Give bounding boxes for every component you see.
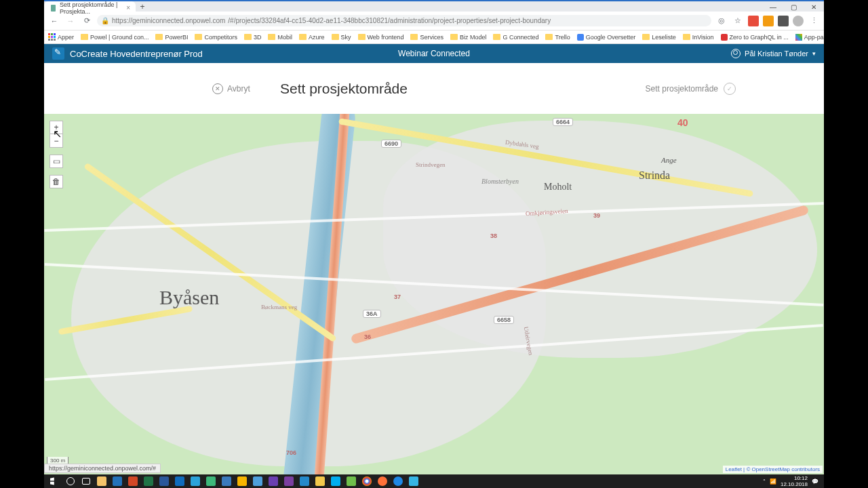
road-shield: 38 — [488, 232, 500, 239]
extension-icon-2[interactable] — [763, 16, 774, 26]
user-menu[interactable]: Pål Kristian Tønder ▾ — [731, 49, 816, 58]
site-info-icon[interactable]: ◎ — [715, 15, 728, 27]
tray-chevron-icon[interactable]: ˄ — [763, 479, 766, 485]
taskbar-app[interactable] — [265, 474, 281, 488]
map-label-strindvegen: Strindvegen — [416, 161, 446, 168]
draw-rectangle-button[interactable]: ▭ — [50, 155, 63, 168]
url-host: https://geminiconnected.onpowel.com — [112, 17, 225, 24]
bookmark-item[interactable]: Leseliste — [642, 34, 676, 41]
bookmark-item[interactable]: Mobil — [268, 34, 292, 41]
bookmark-item[interactable]: Sky — [332, 34, 351, 41]
system-tray[interactable]: ˄ 📶 10:12 12.10.2018 💬 — [763, 475, 821, 487]
app-logo-icon — [52, 47, 64, 60]
extension-icon-1[interactable] — [748, 16, 759, 26]
taskbar-app[interactable] — [234, 474, 250, 488]
map-label-bockmans: Bøckmans veg — [261, 304, 297, 310]
map-tiles[interactable]: Byåsen Moholt Strinda Ange Blomsterbyen … — [44, 114, 824, 474]
bookmark-item[interactable]: InVision — [683, 34, 714, 41]
leaflet-link[interactable]: Leaflet — [726, 466, 742, 472]
map-label-ange: Ange — [661, 156, 677, 164]
bookmark-item[interactable]: Web frontend — [358, 34, 404, 41]
map-controls: + − ▭ 🗑 — [50, 121, 63, 188]
cancel-button[interactable]: ✕ Avbryt — [212, 83, 250, 94]
taskbar-app[interactable] — [359, 474, 374, 488]
bookmark-item[interactable]: Azure — [299, 34, 325, 41]
bookmark-item[interactable]: Powel | Ground con... — [81, 34, 149, 41]
road-shield: 40 — [675, 117, 691, 128]
bookmark-item[interactable]: 3D — [244, 34, 262, 41]
tab-title: Sett prosjektområde | Prosjekta... — [60, 1, 122, 15]
taskbar-app[interactable] — [156, 474, 172, 488]
page-title: Sett prosjektområde — [280, 81, 408, 97]
taskbar-app[interactable] — [140, 474, 156, 488]
taskbar-app[interactable] — [281, 474, 296, 488]
browser-titlebar: Sett prosjektområde | Prosjekta... × + —… — [44, 0, 824, 12]
nav-back-button[interactable]: ← — [48, 15, 60, 27]
lock-icon: 🔒 — [101, 17, 109, 24]
tab-favicon — [51, 5, 56, 12]
url-path: /#/projects/33284af4-cc15-40d2-ae11-348b… — [228, 17, 551, 24]
taskbar-app[interactable] — [218, 474, 234, 488]
window-close-button[interactable]: ✕ — [804, 1, 824, 12]
bookmark-item[interactable]: Trello — [545, 34, 570, 41]
taskbar-app[interactable] — [343, 474, 359, 488]
window-maximize-button[interactable]: ▢ — [783, 1, 804, 12]
taskbar-app[interactable] — [406, 474, 421, 488]
taskbar-app[interactable] — [94, 474, 109, 488]
road-shield: 706 — [283, 449, 299, 456]
task-view-button[interactable] — [78, 474, 94, 488]
taskbar-app[interactable] — [203, 474, 218, 488]
browser-address-bar: ← → ⟳ 🔒 https://geminiconnected.onpowel.… — [44, 12, 824, 30]
road-shield: 37 — [391, 293, 403, 300]
bookmark-item[interactable]: PowerBI — [155, 34, 188, 41]
zoom-in-button[interactable]: + — [50, 121, 63, 134]
taskbar-app[interactable] — [109, 474, 125, 488]
browser-tab[interactable]: Sett prosjektområde | Prosjekta... × — [44, 1, 136, 13]
tray-network-icon[interactable]: 📶 — [770, 479, 776, 485]
taskbar-clock[interactable]: 10:12 12.10.2018 — [781, 475, 808, 487]
road-shield: 6664 — [553, 118, 573, 126]
nav-forward-button[interactable]: → — [64, 15, 77, 27]
notifications-icon[interactable]: 💬 — [812, 479, 818, 485]
profile-avatar[interactable] — [793, 16, 804, 26]
bookmark-item[interactable]: G Connected — [493, 34, 538, 41]
confirm-button[interactable]: Sett prosjektområde ✓ — [646, 83, 736, 95]
taskbar-app[interactable] — [296, 474, 312, 488]
taskbar-app[interactable] — [187, 474, 203, 488]
taskbar-app[interactable] — [328, 474, 343, 488]
taskbar-app[interactable] — [374, 474, 390, 488]
start-button[interactable] — [47, 474, 62, 488]
osm-link[interactable]: OpenStreetMap contributors — [752, 466, 821, 472]
close-circle-icon: ✕ — [212, 83, 223, 94]
chrome-menu-button[interactable]: ⋮ — [808, 15, 820, 27]
taskbar-app[interactable] — [312, 474, 328, 488]
zoom-out-button[interactable]: − — [50, 134, 63, 148]
bookmark-item[interactable]: Zero to GraphQL in ... — [721, 34, 789, 41]
confirm-label: Sett prosjektområde — [646, 84, 718, 94]
extension-icon-3[interactable] — [778, 16, 789, 26]
road-shield: 36A — [363, 310, 381, 318]
bookmark-star-icon[interactable]: ☆ — [732, 15, 744, 27]
new-tab-button[interactable]: + — [136, 1, 149, 12]
bookmark-apps[interactable]: Apper — [48, 33, 74, 41]
page-toolbar: ✕ Avbryt Sett prosjektområde Sett prosje… — [44, 63, 824, 114]
bookmark-item[interactable]: Biz Model — [450, 34, 487, 41]
nav-reload-button[interactable]: ⟳ — [81, 15, 93, 27]
cortana-button[interactable] — [62, 474, 78, 488]
delete-button[interactable]: 🗑 — [50, 175, 63, 188]
url-input[interactable]: 🔒 https://geminiconnected.onpowel.com/#/… — [97, 15, 711, 26]
bookmark-item[interactable]: Google Oversetter — [577, 34, 636, 41]
tab-close-icon[interactable]: × — [126, 4, 130, 12]
road-shield: 6690 — [381, 140, 401, 148]
bookmark-item[interactable]: Competitors — [195, 34, 237, 41]
user-name: Pål Kristian Tønder — [745, 49, 808, 58]
taskbar-app[interactable] — [250, 474, 265, 488]
taskbar-app[interactable] — [125, 474, 140, 488]
bookmark-item[interactable]: App-passord — [795, 34, 824, 41]
taskbar-app[interactable] — [172, 474, 187, 488]
map-container[interactable]: Byåsen Moholt Strinda Ange Blomsterbyen … — [44, 114, 824, 474]
taskbar-app[interactable] — [390, 474, 406, 488]
window-minimize-button[interactable]: — — [763, 1, 783, 12]
map-attribution: Leaflet | © OpenStreetMap contributors — [723, 466, 823, 473]
bookmark-item[interactable]: Services — [410, 34, 443, 41]
